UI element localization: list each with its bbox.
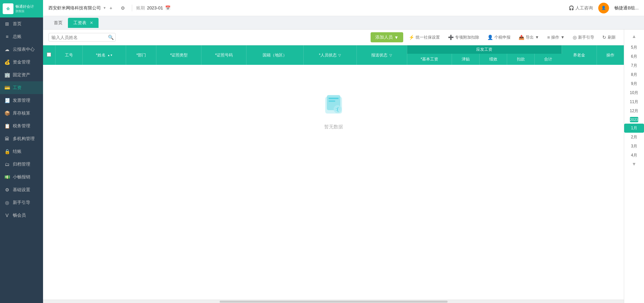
sidebar-item-archive[interactable]: 🗂 归档管理: [0, 158, 43, 171]
sidebar-item-label: 工资: [13, 85, 22, 91]
add-company-button[interactable]: +: [106, 3, 116, 13]
close-menu-icon: 🔒: [4, 149, 10, 154]
sidebar-item-inventory[interactable]: 📦 库存核算: [0, 107, 43, 120]
th-pension: 养老金: [562, 45, 597, 65]
archive-icon: 🗂: [4, 162, 10, 167]
sidebar-item-label: 首页: [13, 21, 22, 27]
sidebar-item-payroll[interactable]: 💳 工资: [0, 81, 43, 94]
operate-button[interactable]: ≡ 操作 ▼: [544, 33, 567, 42]
topbar-actions: + ⚙: [106, 3, 128, 13]
sidebar-item-multi-org[interactable]: 🏛 多机构管理: [0, 132, 43, 145]
sidebar-item-expense[interactable]: 💵 小畅报销: [0, 171, 43, 183]
month-item-6[interactable]: 6月: [624, 52, 644, 61]
gear-icon: ⚙: [121, 5, 125, 11]
table-scrollbar[interactable]: [43, 300, 624, 303]
sidebar-item-label: 资金管理: [13, 59, 30, 65]
month-item-4[interactable]: 4月: [624, 151, 644, 160]
new-guide-button[interactable]: ◎ 新手引导: [570, 33, 597, 42]
invoice-icon: 🧾: [4, 98, 10, 103]
select-all-checkbox[interactable]: [47, 52, 51, 57]
sidebar-item-fund[interactable]: 💰 资金管理: [0, 56, 43, 69]
month-item-3[interactable]: 3月: [624, 142, 644, 151]
company-name: 西安虾米网络科技有限公司: [48, 5, 101, 11]
sidebar-item-member[interactable]: V 畅会员: [0, 209, 43, 222]
svg-rect-3: [329, 100, 335, 102]
service-button[interactable]: 🎧 人工咨询: [569, 5, 593, 11]
content-area: 🔍 添加人员 ▼ ⚡ 统一社保设置 ➕ 专项附加扣除: [43, 30, 624, 303]
month-item-11[interactable]: 11月: [624, 97, 644, 106]
export-label: 导出: [526, 35, 534, 40]
sidebar-item-home[interactable]: ⊞ 首页: [0, 17, 43, 30]
th-checkbox[interactable]: [43, 45, 55, 65]
month-item-9[interactable]: 9月: [624, 79, 644, 88]
multi-org-icon: 🏛: [4, 136, 10, 141]
panel-up-arrow[interactable]: ▲: [630, 32, 638, 40]
topbar: 西安虾米网络科技有限公司 ▼ + ⚙ 账期 2023-01 📅 🎧: [43, 0, 644, 16]
special-deduction-icon: ➕: [448, 35, 454, 40]
svg-text::(: :(: [336, 106, 339, 112]
sidebar-item-ledger[interactable]: ≡ 总账: [0, 30, 43, 43]
social-security-button[interactable]: ⚡ 统一社保设置: [406, 33, 443, 42]
sidebar-item-label: 结账: [13, 148, 22, 155]
personal-tax-button[interactable]: 👤 个税申报: [485, 33, 513, 42]
th-deduction: 扣款: [507, 54, 535, 65]
tab-close-icon[interactable]: ✕: [90, 20, 93, 25]
operate-label: 操作: [551, 35, 559, 40]
th-report-status[interactable]: 报送状态 ▽: [356, 45, 407, 65]
sidebar-nav: ⊞ 首页 ≡ 总账 ☁ 云报表中心 💰 资金管理 🏢 固定资产 💳 工资: [0, 17, 43, 303]
search-wrap[interactable]: 🔍: [48, 33, 116, 42]
refresh-label: 刷新: [608, 35, 616, 40]
th-status[interactable]: *人员状态 ▽: [303, 45, 356, 65]
add-person-button[interactable]: 添加人员 ▼: [371, 32, 403, 42]
sidebar-item-label: 小畅报销: [13, 174, 30, 180]
th-emp-no: 工号: [55, 45, 83, 65]
period-value: 2023-01: [147, 5, 163, 10]
sidebar-item-invoice[interactable]: 🧾 发票管理: [0, 94, 43, 107]
sidebar-item-fixed-assets[interactable]: 🏢 固定资产: [0, 69, 43, 81]
month-item-2[interactable]: 2月: [624, 133, 644, 142]
calendar-icon[interactable]: 📅: [165, 5, 171, 10]
sidebar-item-cloud-report[interactable]: ☁ 云报表中心: [0, 43, 43, 56]
settings-button[interactable]: ⚙: [118, 3, 128, 13]
status-filter-icon: ▽: [338, 53, 341, 57]
month-item-5[interactable]: 5月: [624, 43, 644, 52]
user-avatar[interactable]: 👤: [598, 3, 609, 13]
user-name[interactable]: 畅捷通B组...: [614, 5, 639, 11]
th-name[interactable]: *姓名 ▲▼: [83, 45, 126, 65]
panel-down-arrow[interactable]: ▼: [630, 160, 638, 168]
new-guide-label: 新手引导: [578, 35, 594, 40]
sidebar-item-tax[interactable]: 📋 税务管理: [0, 120, 43, 132]
empty-text: 暂无数据: [324, 124, 343, 130]
month-item-1[interactable]: 1月: [624, 124, 644, 133]
search-input[interactable]: [51, 35, 108, 40]
tab-home-label: 首页: [54, 20, 63, 25]
th-action: 操作: [597, 45, 624, 65]
month-item-7[interactable]: 7月: [624, 61, 644, 70]
operate-dropdown-icon: ▼: [561, 35, 565, 40]
export-button[interactable]: 📤 导出 ▼: [516, 33, 542, 42]
tab-home[interactable]: 首页: [48, 18, 68, 28]
personal-tax-icon: 👤: [487, 35, 493, 40]
month-item-10[interactable]: 10月: [624, 88, 644, 97]
tab-payroll-table[interactable]: 工资表 ✕: [68, 18, 99, 28]
special-deduction-button[interactable]: ➕ 专项附加扣除: [445, 33, 482, 42]
personal-tax-label: 个税申报: [494, 35, 510, 40]
main-area: 西安虾米网络科技有限公司 ▼ + ⚙ 账期 2023-01 📅 🎧: [43, 0, 644, 303]
search-icon: 🔍: [108, 35, 114, 40]
right-panel: ▲ 5月 6月 7月 8月 9月 10月 11月 12月 2023 1月 2月 …: [624, 30, 644, 303]
refresh-icon: ↻: [602, 35, 606, 40]
th-total: 合计: [534, 54, 562, 65]
topbar-right: 🎧 人工咨询 👤 畅捷通B组...: [569, 3, 639, 13]
refresh-button[interactable]: ↻ 刷新: [600, 33, 618, 42]
scrollbar-thumb[interactable]: [220, 301, 448, 303]
sidebar-item-close[interactable]: 🔒 结账: [0, 145, 43, 158]
logo-icon: 会: [3, 3, 13, 14]
sidebar-item-settings[interactable]: ⚙ 基础设置: [0, 183, 43, 196]
fund-icon: 💰: [4, 59, 10, 65]
month-item-8[interactable]: 8月: [624, 70, 644, 79]
month-item-12[interactable]: 12月: [624, 106, 644, 116]
sidebar-item-label: 固定资产: [13, 72, 30, 78]
sidebar-item-guide[interactable]: ◎ 新手引导: [0, 196, 43, 209]
guide-icon: ◎: [4, 200, 10, 205]
company-selector[interactable]: 西安虾米网络科技有限公司 ▼: [48, 5, 106, 11]
